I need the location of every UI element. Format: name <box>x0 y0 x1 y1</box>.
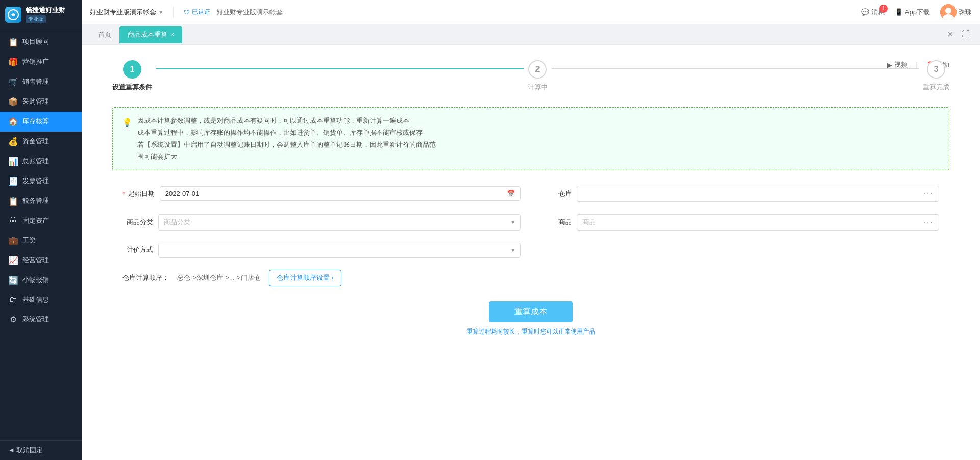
avatar <box>940 4 957 20</box>
info-line2: 成本重算过程中，影响库存账的操作均不能操作，比如进货单、销货单、库存单据不能审核… <box>137 126 436 138</box>
sidebar-item-label-inventory: 库存核算 <box>22 117 49 126</box>
info-box: 💡 因成本计算参数调整，或是对商品成本有疑问时，可以通过成本重算功能，重新计算一… <box>112 107 949 170</box>
sidebar-item-label-tax: 税务管理 <box>22 196 49 206</box>
close-window-icon[interactable]: ✕ <box>945 29 955 40</box>
category-input[interactable]: 商品分类 ▾ <box>158 214 521 231</box>
step-line-2 <box>552 68 919 69</box>
sidebar-item-label-marketing: 营销推广 <box>22 57 49 66</box>
info-line1: 因成本计算参数调整，或是对商品成本有疑问时，可以通过成本重算功能，重新计算一遍成… <box>137 115 436 126</box>
message-button[interactable]: 💬 消息 1 <box>861 8 885 17</box>
sidebar-item-label-assets: 固定资产 <box>22 216 49 225</box>
step-3-label: 重算完成 <box>923 83 949 92</box>
window-controls: ✕ ⛶ <box>945 29 972 40</box>
step-line-1 <box>156 68 524 69</box>
sidebar-item-invoice[interactable]: 🧾 发票管理 <box>0 171 82 191</box>
company-name: 好业财专业版演示帐套 <box>216 8 283 17</box>
step-3-circle: 3 <box>927 60 945 79</box>
start-date-value: 2022-07-01 <box>165 190 200 197</box>
warehouse-dots-icon[interactable]: ··· <box>924 189 934 198</box>
sidebar-item-salary[interactable]: 💼 工资 <box>0 231 82 250</box>
sidebar: 畅捷通好业财 专业版 📋 项目顾问 🎁 营销推广 🛒 销售管理 📦 采购管理 🏠… <box>0 0 82 460</box>
accounting-icon: 📊 <box>8 157 18 166</box>
svg-point-2 <box>945 8 951 14</box>
start-date-input[interactable]: 2022-07-01 📅 <box>160 186 521 201</box>
tab-close-icon[interactable]: × <box>170 31 174 38</box>
video-link[interactable]: ▶ 视频 <box>887 60 908 69</box>
sidebar-item-inventory[interactable]: 🏠 库存核算 <box>0 112 82 132</box>
user-name: 珠珠 <box>959 8 972 17</box>
warehouse-label: 仓库 <box>541 189 572 198</box>
phone-icon: 📱 <box>895 8 903 16</box>
topbar-divider <box>173 7 174 17</box>
step-2: 2 计算中 <box>528 60 548 92</box>
chevron-right-icon: › <box>332 274 334 282</box>
product-dots-icon[interactable]: ··· <box>924 218 934 227</box>
sidebar-item-finance[interactable]: 💰 资金管理 <box>0 132 82 151</box>
warehouse-order-row: 仓库计算顺序： 总仓->深圳仓库->...->门店仓 仓库计算顺序设置 › <box>122 270 939 286</box>
sidebar-item-accounting[interactable]: 📊 总账管理 <box>0 151 82 171</box>
step-2-label: 计算中 <box>528 83 548 92</box>
shield-icon: 🛡 <box>184 9 190 16</box>
recalculate-label: 重算成本 <box>514 307 547 316</box>
help-divider: | <box>916 61 918 69</box>
sidebar-item-project[interactable]: 📋 项目顾问 <box>0 32 82 52</box>
sidebar-item-operations[interactable]: 📈 经营管理 <box>0 250 82 270</box>
operations-icon: 📈 <box>8 255 18 265</box>
sidebar-item-marketing[interactable]: 🎁 营销推广 <box>0 52 82 72</box>
sidebar-item-basic[interactable]: 🗂 基础信息 <box>0 290 82 310</box>
pricing-field: 计价方式 ▾ <box>122 243 521 258</box>
verified-text: 已认证 <box>192 8 210 16</box>
sidebar-nav: 📋 项目顾问 🎁 营销推广 🛒 销售管理 📦 采购管理 🏠 库存核算 💰 资金管… <box>0 30 82 440</box>
sidebar-item-label-operations: 经营管理 <box>22 255 49 265</box>
message-icon: 💬 <box>861 8 869 16</box>
pricing-label: 计价方式 <box>122 245 153 254</box>
category-placeholder: 商品分类 <box>164 218 190 227</box>
app-logo <box>5 7 21 23</box>
sidebar-item-system[interactable]: ⚙ 系统管理 <box>0 310 82 329</box>
sales-icon: 🛒 <box>8 77 18 87</box>
sidebar-item-expense[interactable]: 🔄 小畅报销 <box>0 270 82 290</box>
sidebar-item-sales[interactable]: 🛒 销售管理 <box>0 72 82 92</box>
sidebar-item-purchase[interactable]: 📦 采购管理 <box>0 92 82 112</box>
tab-home[interactable]: 首页 <box>90 26 119 43</box>
warehouse-order-value: 总仓->深圳仓库->...->门店仓 <box>177 273 261 283</box>
sidebar-item-assets[interactable]: 🏛 固定资产 <box>0 211 82 231</box>
message-badge: 1 <box>879 5 888 13</box>
main-area: 好业财专业版演示帐套 ▾ 🛡 已认证 好业财专业版演示帐套 💬 消息 1 📱 A… <box>82 0 980 460</box>
form-row-1: * 起始日期 2022-07-01 📅 仓库 ··· <box>122 186 939 202</box>
form-row-3: 计价方式 ▾ <box>122 243 939 258</box>
warehouse-input[interactable]: ··· <box>577 186 939 202</box>
pricing-dropdown-icon[interactable]: ▾ <box>511 246 515 254</box>
start-date-label: * 起始日期 <box>122 189 155 198</box>
warehouse-order-label: 仓库计算顺序： <box>122 273 169 283</box>
step-2-number: 2 <box>535 65 540 74</box>
product-input[interactable]: 商品 ··· <box>577 214 939 231</box>
category-field: 商品分类 商品分类 ▾ <box>122 214 521 231</box>
step-3-number: 3 <box>934 65 939 74</box>
warehouse-order-settings-button[interactable]: 仓库计算顺序设置 › <box>269 270 341 286</box>
info-line3: 若【系统设置】中启用了自动调整记账日期时，会调整入库单的整单记账日期，因此重新计… <box>137 139 436 150</box>
recalculate-button[interactable]: 重算成本 <box>489 301 573 322</box>
purchase-icon: 📦 <box>8 97 18 107</box>
form-row-2: 商品分类 商品分类 ▾ 商品 商品 ··· <box>122 214 939 231</box>
category-label: 商品分类 <box>122 218 153 227</box>
sidebar-item-label-salary: 工资 <box>22 236 36 245</box>
account-selector[interactable]: 好业财专业版演示帐套 ▾ <box>90 8 163 17</box>
sidebar-item-tax[interactable]: 📋 税务管理 <box>0 191 82 211</box>
info-line4: 围可能会扩大 <box>137 150 436 162</box>
pricing-input[interactable]: ▾ <box>158 243 521 258</box>
product-placeholder: 商品 <box>582 218 596 227</box>
sidebar-item-label-system: 系统管理 <box>22 315 49 324</box>
user-menu[interactable]: 珠珠 <box>940 4 972 20</box>
sidebar-unpin[interactable]: ◄ 取消固定 <box>0 440 82 460</box>
app-download-button[interactable]: 📱 App下载 <box>895 8 930 17</box>
app-download-label: App下载 <box>905 8 930 17</box>
step-1-number: 1 <box>130 65 135 74</box>
category-dropdown-icon[interactable]: ▾ <box>511 218 515 226</box>
salary-icon: 💼 <box>8 236 18 245</box>
expense-icon: 🔄 <box>8 275 18 285</box>
calendar-icon[interactable]: 📅 <box>507 190 515 197</box>
step-3: 3 重算完成 <box>923 60 949 92</box>
tab-recalculate[interactable]: 商品成本重算 × <box>119 26 182 43</box>
expand-window-icon[interactable]: ⛶ <box>960 29 972 40</box>
